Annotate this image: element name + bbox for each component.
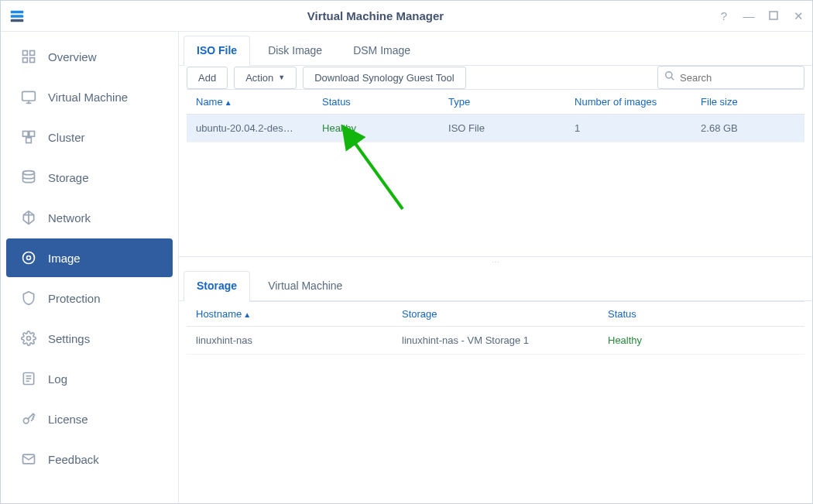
svg-rect-4	[23, 51, 28, 56]
storage-table: Hostname▲ Storage Status linuxhint-nas l…	[187, 301, 804, 355]
app-window: Virtual Machine Manager ? — ✕ Overview	[0, 0, 813, 504]
cluster-icon	[20, 129, 37, 146]
sidebar-item-label: Settings	[48, 332, 90, 345]
cell-status: Healthy	[608, 334, 642, 346]
app-icon	[9, 8, 26, 25]
image-pane: ISO File Disk Image DSM Image Add Action…	[179, 32, 812, 256]
sort-asc-icon: ▲	[225, 98, 232, 107]
sidebar-item-protection[interactable]: Protection	[6, 279, 173, 317]
cell-status: Healthy	[322, 122, 356, 134]
svg-point-26	[666, 72, 672, 78]
tab-dsm-image[interactable]: DSM Image	[340, 36, 424, 66]
cell-num-images: 1	[565, 115, 691, 142]
svg-rect-7	[30, 58, 35, 63]
vm-icon	[20, 88, 37, 105]
sidebar-item-overview[interactable]: Overview	[6, 37, 173, 76]
table-row[interactable]: ubuntu-20.04.2-des… Healthy ISO File 1 2…	[187, 115, 804, 142]
help-icon[interactable]: ?	[718, 9, 730, 22]
maximize-icon[interactable]	[767, 9, 780, 22]
svg-rect-8	[22, 91, 36, 101]
col-hostname[interactable]: Hostname▲	[187, 302, 393, 327]
svg-rect-11	[23, 132, 29, 137]
add-button[interactable]: Add	[187, 67, 228, 89]
action-button[interactable]: Action ▼	[234, 67, 297, 89]
svg-rect-2	[11, 19, 24, 22]
action-button-label: Action	[245, 72, 273, 84]
search-icon	[664, 70, 675, 84]
sidebar-item-label: Virtual Machine	[48, 91, 128, 104]
sidebar-item-network[interactable]: Network	[6, 198, 173, 237]
svg-point-19	[27, 337, 31, 341]
sidebar-item-label: Protection	[48, 292, 101, 305]
svg-rect-0	[11, 10, 24, 13]
detail-pane: Storage Virtual Machine Hostname▲ Storag…	[179, 267, 812, 503]
sidebar-item-label: Storage	[48, 171, 89, 184]
search-input[interactable]	[680, 72, 810, 84]
svg-rect-5	[30, 51, 35, 56]
cell-type: ISO File	[439, 115, 565, 142]
sidebar-item-settings[interactable]: Settings	[6, 319, 173, 358]
gear-icon	[20, 330, 37, 347]
titlebar: Virtual Machine Manager ? — ✕	[1, 1, 812, 32]
sidebar-item-label: License	[48, 413, 88, 426]
sidebar-item-feedback[interactable]: Feedback	[6, 440, 173, 478]
sidebar-item-vm[interactable]: Virtual Machine	[6, 77, 173, 116]
cell-name: ubuntu-20.04.2-des…	[196, 122, 304, 134]
close-icon[interactable]: ✕	[792, 9, 804, 23]
svg-rect-12	[29, 132, 35, 137]
sidebar-item-storage[interactable]: Storage	[6, 158, 173, 197]
search-box[interactable]	[657, 66, 804, 89]
tab-disk-image[interactable]: Disk Image	[255, 36, 335, 66]
svg-point-17	[23, 252, 35, 264]
window-title: Virtual Machine Manager	[33, 9, 718, 22]
detail-tabs: Storage Virtual Machine	[179, 267, 812, 301]
image-table: Name▲ Status Type Number of images File …	[187, 89, 804, 142]
col-name[interactable]: Name▲	[187, 90, 313, 115]
svg-line-27	[671, 77, 674, 81]
sidebar-item-label: Network	[48, 211, 91, 225]
svg-point-14	[23, 171, 35, 175]
cell-file-size: 2.68 GB	[691, 115, 804, 142]
sidebar-item-cluster[interactable]: Cluster	[6, 118, 173, 156]
svg-rect-3	[770, 12, 777, 19]
sidebar-item-label: Log	[48, 372, 67, 386]
col-type[interactable]: Type	[439, 90, 565, 115]
mail-icon	[20, 451, 37, 468]
table-row[interactable]: linuxhint-nas linuxhint-nas - VM Storage…	[187, 327, 804, 355]
col-status-lower[interactable]: Status	[599, 302, 804, 327]
cell-storage: linuxhint-nas - VM Storage 1	[393, 327, 599, 355]
sidebar-item-label: Image	[48, 252, 81, 265]
sidebar-item-license[interactable]: License	[6, 399, 173, 438]
col-status[interactable]: Status	[313, 90, 439, 115]
protection-icon	[20, 290, 37, 307]
tab-virtual-machine[interactable]: Virtual Machine	[255, 271, 355, 301]
sidebar-item-label: Feedback	[48, 453, 99, 466]
sidebar-item-label: Overview	[48, 50, 97, 63]
svg-rect-1	[11, 15, 24, 18]
key-icon	[20, 410, 37, 427]
col-storage[interactable]: Storage	[393, 302, 599, 327]
svg-rect-13	[26, 138, 32, 143]
log-icon	[20, 370, 37, 387]
sidebar-item-log[interactable]: Log	[6, 359, 173, 398]
tab-storage[interactable]: Storage	[184, 271, 250, 301]
svg-point-18	[27, 256, 31, 260]
col-num-images[interactable]: Number of images	[565, 90, 691, 115]
storage-icon	[20, 169, 37, 186]
network-icon	[20, 209, 37, 226]
image-toolbar: Add Action ▼ Download Synology Guest Too…	[179, 66, 812, 89]
minimize-icon[interactable]: —	[743, 9, 755, 22]
chevron-down-icon: ▼	[278, 74, 285, 81]
main-content: ISO File Disk Image DSM Image Add Action…	[179, 32, 812, 503]
svg-rect-6	[23, 58, 28, 63]
download-guest-tool-button[interactable]: Download Synology Guest Tool	[303, 67, 465, 89]
sidebar-item-image[interactable]: Image	[6, 238, 173, 277]
col-file-size[interactable]: File size	[691, 90, 804, 115]
pane-splitter[interactable]: ⋯	[179, 256, 812, 267]
tab-iso-file[interactable]: ISO File	[184, 36, 250, 66]
image-tabs: ISO File Disk Image DSM Image	[179, 32, 812, 66]
sort-asc-icon: ▲	[243, 310, 251, 319]
cell-hostname: linuxhint-nas	[187, 327, 393, 355]
image-icon	[20, 249, 37, 266]
window-controls: ? — ✕	[718, 9, 804, 23]
